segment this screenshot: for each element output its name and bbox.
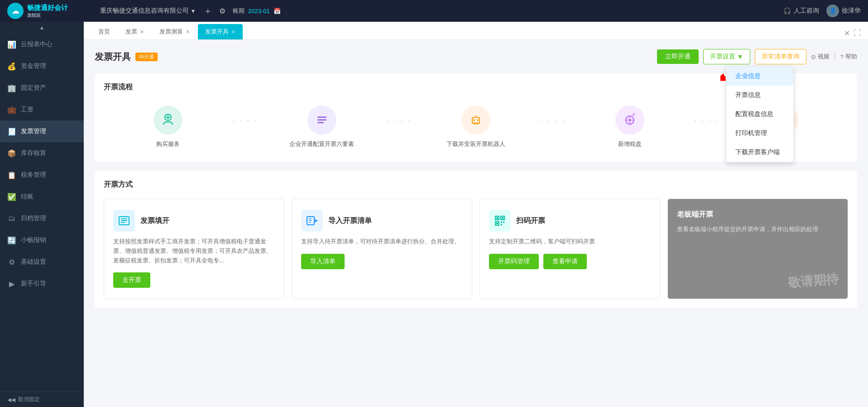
tab-home-label: 首页 <box>98 28 110 36</box>
chevron-down-icon: ▾ <box>192 7 195 15</box>
abnormal-button[interactable]: 异常清单查询 <box>755 49 806 64</box>
tab-invoice-calc[interactable]: 发票测算 ✕ <box>152 24 197 39</box>
tab-invoice-close[interactable]: ✕ <box>140 29 144 35</box>
sidebar-collapse-btn[interactable]: ◀◀ 取消固定 <box>0 392 84 407</box>
calendar-icon[interactable]: 📅 <box>273 8 281 15</box>
sidebar-item-fixed-assets[interactable]: 🏢 固定资产 <box>0 77 84 99</box>
tab-invoice[interactable]: 发票 ✕ <box>118 24 151 39</box>
add-taxdisk-icon <box>615 106 644 135</box>
dropdown-item-printer[interactable]: 打印机管理 <box>726 124 793 143</box>
close-window-icon[interactable]: ✕ <box>844 29 850 38</box>
flow-connector-4: · · · · <box>694 116 719 138</box>
settings-dropdown-menu: 企业信息 开票信息 配置税盘信息 打印机管理 下载开票客户端 <box>726 66 794 162</box>
divider: | <box>834 53 836 61</box>
method-card-boss-invoice: 老板端开票 查看老板端小程序提交的开票申请，并作出相应的处理 敬请期待 <box>667 199 848 299</box>
svg-rect-17 <box>121 220 127 221</box>
top-actions: ＋ ⚙ 账期 2023-01 📅 <box>204 5 281 16</box>
support-area[interactable]: 🎧 人工咨询 <box>783 7 819 15</box>
archive-icon: 🗂 <box>7 214 16 223</box>
method-card-scan-invoice: 扫码开票 支持定制开票二维码，客户端可扫码开票 开票码管理 查看申请 <box>480 199 660 299</box>
video-button[interactable]: ⊙ 视频 <box>811 53 830 61</box>
fill-invoice-btn[interactable]: 去开票 <box>113 272 150 288</box>
tab-invoice-calc-close[interactable]: ✕ <box>186 29 190 35</box>
sidebar-item-label: 云报表中心 <box>21 40 53 48</box>
sidebar-item-settings[interactable]: ⚙ 基础设置 <box>0 251 84 273</box>
svg-rect-3 <box>317 116 326 118</box>
dropdown-item-label: 企业信息 <box>735 72 761 79</box>
dropdown-item-invoice-info[interactable]: 开票信息 <box>726 86 793 105</box>
maximize-icon[interactable]: ⛶ <box>854 29 861 38</box>
settings-icon[interactable]: ⚙ <box>219 7 225 15</box>
company-selector[interactable]: 重庆畅捷交通信息咨询有限公司 ▾ <box>96 5 198 17</box>
boss-invoice-desc: 查看老板端小程序提交的开票申请，并作出相应的处理 <box>677 225 839 234</box>
sidebar-item-inventory[interactable]: 📦 库存核算 <box>0 142 84 164</box>
help-button[interactable]: ? 帮助 <box>840 53 857 61</box>
sidebar-item-payroll[interactable]: 💼 工资 <box>0 99 84 121</box>
window-controls: ✕ ⛶ <box>844 29 861 39</box>
inventory-icon: 📦 <box>7 149 16 158</box>
fill-invoice-header: 发票填开 <box>113 210 275 232</box>
scan-invoice-btn1[interactable]: 开票码管理 <box>489 254 539 269</box>
tab-invoice-calc-label: 发票测算 <box>159 28 183 36</box>
sidebar-item-settle[interactable]: ✅ 结账 <box>0 186 84 208</box>
sidebar-item-fund-mgmt[interactable]: 💰 资金管理 <box>0 55 84 77</box>
settings-sidebar-icon: ⚙ <box>7 257 16 266</box>
buy-service-icon <box>153 106 182 135</box>
settings-btn-label: 开票设置 <box>710 53 735 61</box>
tab-invoice-open[interactable]: 发票开具 ✕ <box>198 24 243 39</box>
add-icon[interactable]: ＋ <box>204 5 212 16</box>
svg-rect-24 <box>502 217 504 219</box>
scan-invoice-title: 扫码开票 <box>516 216 545 226</box>
report-sales-icon: 🔄 <box>7 236 16 245</box>
sidebar-item-guide[interactable]: ▶ 新手引导 <box>0 273 84 295</box>
sidebar: ▲ 📊 云报表中心 💰 资金管理 🏢 固定资产 💼 工资 🧾 发票管理 <box>0 22 84 407</box>
svg-point-7 <box>473 119 475 121</box>
sidebar-item-archive[interactable]: 🗂 归档管理 <box>0 208 84 229</box>
tab-home[interactable]: 首页 <box>91 24 117 39</box>
fill-invoice-icon <box>113 210 135 232</box>
method-card-import-list: 导入开票清单 支持导入待开票清单，可对待开票清单进行拆分、合并处理。 导入清单 <box>292 199 472 299</box>
svg-rect-5 <box>317 122 324 123</box>
dropdown-item-label: 配置税盘信息 <box>735 110 773 117</box>
dropdown-item-company-info[interactable]: 企业信息 <box>726 67 793 86</box>
fixed-assets-icon: 🏢 <box>7 83 16 92</box>
import-list-title: 导入开票清单 <box>328 216 372 226</box>
invoice-mgmt-icon: 🧾 <box>7 127 16 136</box>
sidebar-item-invoice-mgmt[interactable]: 🧾 发票管理 <box>0 121 84 142</box>
sidebar-item-label: 资金管理 <box>21 62 46 70</box>
tab-invoice-label: 发票 <box>125 28 137 36</box>
payroll-icon: 💼 <box>7 105 16 114</box>
page-title-area: 发票开具 待开通 <box>95 51 158 63</box>
boss-invoice-title: 老板端开票 <box>677 210 713 219</box>
collapse-icon: ◀◀ <box>7 397 15 403</box>
sidebar-item-label: 归档管理 <box>21 214 46 223</box>
svg-rect-4 <box>317 119 326 121</box>
scroll-up-btn[interactable]: ▲ <box>0 22 84 34</box>
config-enterprise-icon <box>307 106 336 135</box>
activate-button[interactable]: 立即开通 <box>657 49 699 64</box>
top-bar-left: ☁ 畅捷通好会计 旗舰版 重庆畅捷交通信息咨询有限公司 ▾ ＋ ⚙ 账期 202… <box>7 3 281 19</box>
dropdown-item-download-client[interactable]: 下载开票客户端 <box>726 143 793 162</box>
import-list-header: 导入开票清单 <box>301 210 463 232</box>
sidebar-item-cloud-report[interactable]: 📊 云报表中心 <box>0 34 84 55</box>
dropdown-arrow-icon: ▼ <box>737 53 743 60</box>
import-list-icon <box>301 210 323 232</box>
dropdown-item-tax-disk[interactable]: 配置税盘信息 <box>726 105 793 124</box>
import-list-btn[interactable]: 导入清单 <box>301 254 345 269</box>
page-actions: 立即开通 开票设置 ▼ 异常清单查询 ⊙ 视频 | ? 帮助 <box>657 49 857 64</box>
method-card-fill-invoice: 发票填开 支持按照发票样式手工填开发票；可开具增值税电子普通发票、增值税普通发票… <box>104 199 284 299</box>
video-icon: ⊙ <box>811 53 816 60</box>
scan-invoice-icon <box>489 210 511 232</box>
user-area[interactable]: 👤 徐泽华 <box>826 5 861 17</box>
top-bar-right: 🎧 人工咨询 👤 徐泽华 <box>783 5 861 17</box>
help-icon: ? <box>840 53 844 60</box>
settings-button[interactable]: 开票设置 ▼ <box>703 49 750 64</box>
app-subtitle: 旗舰版 <box>27 12 68 19</box>
scan-invoice-desc: 支持定制开票二维码，客户端可扫码开票 <box>489 237 651 247</box>
scan-invoice-btn2[interactable]: 查看申请 <box>543 254 587 269</box>
sidebar-item-tax-mgmt[interactable]: 📋 税务管理 <box>0 164 84 186</box>
collapse-label: 取消固定 <box>18 396 40 403</box>
sidebar-item-label: 结账 <box>21 193 34 201</box>
tab-invoice-open-close[interactable]: ✕ <box>231 29 235 35</box>
sidebar-item-report-sales[interactable]: 🔄 小畅报销 <box>0 229 84 251</box>
